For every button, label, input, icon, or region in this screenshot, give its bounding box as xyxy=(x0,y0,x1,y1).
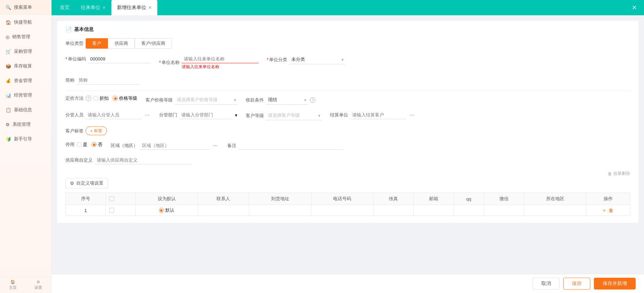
tab-close-all-btn[interactable]: ✕ xyxy=(628,4,641,11)
customer-tag-label: 客户标签 xyxy=(65,128,84,134)
sidebar-item-sales[interactable]: ◎ 销售管理 xyxy=(0,30,51,44)
sidebar-bottom: 🏠 主页 ⚙ 设置 xyxy=(0,277,51,293)
pricing-method-help-icon[interactable]: ? xyxy=(86,96,91,101)
sidebar-item-finance[interactable]: 💰 资金管理 xyxy=(0,73,51,88)
sidebar-item-quick-nav[interactable]: 🏠 快捷导航 xyxy=(0,15,51,30)
table-header: 序号 设为默认 联系人 到货地址 电话号码 传真 邮箱 qq 微信 所在地区 操… xyxy=(66,193,630,205)
unit-category-field: 单位分类 未分类 xyxy=(267,55,345,64)
col-checkbox xyxy=(106,193,136,205)
sidebar-item-inventory[interactable]: 📦 库存核算 xyxy=(0,59,51,73)
sidebar-settings-btn[interactable]: ⚙ 设置 xyxy=(34,280,42,290)
add-tag-label: 标签 xyxy=(94,128,102,134)
sidebar-item-guide[interactable]: 🔰 新手引导 xyxy=(0,132,51,146)
settlement-input[interactable] xyxy=(350,111,406,119)
unit-type-row: 单位类型 客户 供应商 客户/供应商 xyxy=(65,38,630,49)
payment-terms-select-wrapper: 现结 xyxy=(266,95,308,105)
tab-home[interactable]: 首页 xyxy=(54,0,75,15)
content-area: 📄 基本信息 单位类型 客户 供应商 客户/供应商 xyxy=(52,15,644,274)
type-btn-supplier[interactable]: 供应商 xyxy=(108,38,135,49)
manager-ellipsis-btn[interactable]: ··· xyxy=(143,112,151,118)
default-radio-item[interactable]: 默认 xyxy=(139,207,194,213)
cell-address[interactable] xyxy=(249,205,311,216)
type-btn-both[interactable]: 客户/供应商 xyxy=(135,38,172,49)
sidebar-search-label: 搜索菜单 xyxy=(14,4,32,10)
sidebar-item-operations[interactable]: 📊 经营管理 xyxy=(0,88,51,103)
pricing-radio-group: 折扣 价格等级 xyxy=(93,95,137,101)
unit-category-value[interactable]: 未分类 xyxy=(289,55,345,64)
table-action-group: + 🗑 xyxy=(590,207,626,213)
short-name-input[interactable] xyxy=(77,76,139,84)
disable-no-label: 否 xyxy=(98,141,102,148)
col-action: 操作 xyxy=(586,193,630,205)
payment-terms-help-icon[interactable]: ? xyxy=(310,97,315,103)
tab-bar: 首页 往来单位 ✕ 新增往来单位 ✕ ✕ xyxy=(52,0,644,15)
cell-contact[interactable] xyxy=(198,205,249,216)
customer-level-select-wrapper: 请选择客户等级 xyxy=(266,111,322,120)
finance-icon: 💰 xyxy=(6,78,11,83)
unit-category-label: 单位分类 xyxy=(267,57,287,63)
sidebar-home-btn[interactable]: 🏠 主页 xyxy=(9,280,17,290)
cell-qq[interactable] xyxy=(454,205,484,216)
settlement-ellipsis-btn[interactable]: ··· xyxy=(408,112,415,118)
cell-email[interactable] xyxy=(414,205,454,216)
disable-yes-circle xyxy=(77,142,81,147)
type-btn-customer[interactable]: 客户 xyxy=(86,38,108,49)
tab-add-partner-close[interactable]: ✕ xyxy=(148,5,152,10)
save-button[interactable]: 保存 xyxy=(563,278,590,290)
dept-input[interactable] xyxy=(179,111,231,119)
custom-settings-btn[interactable]: ⚙ 自定义项设置 xyxy=(65,178,108,188)
cell-fax[interactable] xyxy=(374,205,414,216)
payment-terms-value[interactable]: 现结 xyxy=(266,95,308,105)
sales-icon: ◎ xyxy=(6,34,9,40)
manager-input[interactable] xyxy=(86,111,141,119)
add-row-btn[interactable]: + xyxy=(603,207,606,213)
sidebar-item-label: 经营管理 xyxy=(14,92,32,98)
remarks-input[interactable] xyxy=(238,141,343,150)
manager-row: 分管人员 ··· 分管部门 ▾ 客户等级 请选择客户等级 xyxy=(65,111,630,120)
unit-name-input[interactable] xyxy=(182,55,258,63)
add-tag-btn[interactable]: + 标签 xyxy=(86,127,107,135)
customer-level-placeholder[interactable]: 请选择客户等级 xyxy=(266,111,322,120)
pricing-radio-discount[interactable]: 折扣 xyxy=(93,95,109,101)
tab-add-partner[interactable]: 新增往来单位 ✕ xyxy=(111,0,157,15)
sidebar-item-label: 库存核算 xyxy=(14,63,32,69)
batch-delete-label[interactable]: 批量删除 xyxy=(613,171,630,177)
sidebar-search[interactable]: 🔍 搜索菜单 xyxy=(0,0,51,15)
disable-yes-item[interactable]: 是 xyxy=(77,141,87,148)
tab-partner-list[interactable]: 往来单位 ✕ xyxy=(75,0,111,15)
cell-wechat[interactable] xyxy=(484,205,524,216)
pricing-radio-level[interactable]: 价格等级 xyxy=(113,95,137,101)
tab-partner-list-close[interactable]: ✕ xyxy=(102,5,106,10)
row-checkbox[interactable] xyxy=(109,208,114,213)
header-checkbox[interactable] xyxy=(109,196,114,201)
save-new-button[interactable]: 保存并新增 xyxy=(594,278,636,290)
unit-type-field: 单位类型 客户 供应商 客户/供应商 xyxy=(65,38,172,49)
cancel-button[interactable]: 取消 xyxy=(533,278,560,290)
unit-code-input[interactable] xyxy=(88,55,151,63)
pricing-method-label: 定价方法 xyxy=(65,95,84,101)
basic-icon: 📋 xyxy=(6,107,11,113)
customer-tag-row: 客户标签 + 标签 xyxy=(65,127,630,135)
customer-price-level-placeholder[interactable]: 请选择客户价格等级 xyxy=(175,95,237,105)
cell-region[interactable] xyxy=(524,205,586,216)
customer-price-level-field: 客户价格等级 请选择客户价格等级 xyxy=(146,95,237,105)
unit-name-error: 请输入往来单位名称 xyxy=(182,64,258,70)
col-wechat: 微信 xyxy=(484,193,524,205)
region-ellipsis-btn[interactable]: ··· xyxy=(212,143,219,149)
delete-row-btn[interactable]: 🗑 xyxy=(608,207,613,213)
supplier-custom-label: 供应商自定义 xyxy=(65,157,93,163)
cell-index: 1 xyxy=(66,205,106,216)
cell-phone[interactable] xyxy=(311,205,374,216)
payment-terms-label: 收款条件 xyxy=(246,97,264,103)
region-input[interactable] xyxy=(140,141,210,150)
supplier-custom-input[interactable] xyxy=(95,156,192,164)
sidebar-item-purchase[interactable]: 🛒 采购管理 xyxy=(0,44,51,59)
customer-price-level-label: 客户价格等级 xyxy=(146,97,173,103)
sidebar-item-system[interactable]: ⚙ 系统管理 xyxy=(0,117,51,132)
tab-home-label: 首页 xyxy=(60,5,70,11)
disable-no-item[interactable]: 否 xyxy=(92,141,102,148)
customer-price-level-select-wrapper: 请选择客户价格等级 xyxy=(175,95,237,105)
sidebar-item-label: 采购管理 xyxy=(14,48,32,55)
sidebar-item-basic[interactable]: 📋 基础信息 xyxy=(0,103,51,117)
customer-level-field: 客户等级 请选择客户等级 xyxy=(246,111,322,120)
